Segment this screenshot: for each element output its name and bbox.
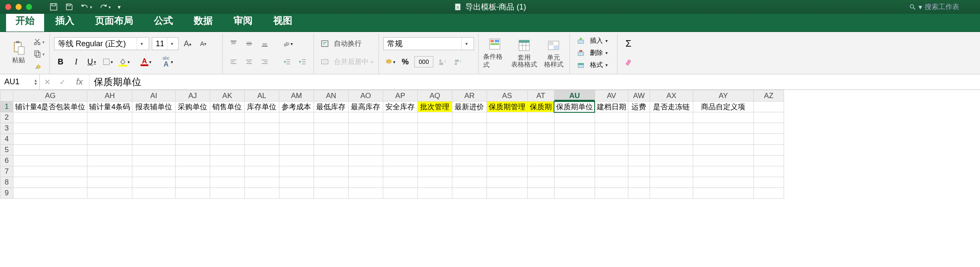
cell-AU6[interactable] [554, 156, 595, 166]
fx-icon[interactable]: fx [70, 74, 90, 89]
cell-AT3[interactable] [527, 123, 554, 134]
cell-AH5[interactable] [87, 145, 132, 156]
orientation-button[interactable]: ab▾ [281, 38, 294, 49]
cell-AV1[interactable]: 建档日期 [595, 102, 628, 112]
column-header-AJ[interactable]: AJ [175, 90, 210, 102]
cell-AT6[interactable] [527, 156, 554, 166]
align-center-button[interactable] [243, 56, 256, 67]
cell-AJ6[interactable] [175, 156, 210, 166]
borders-button[interactable]: ▾ [101, 56, 114, 67]
cell-AG1[interactable]: 辅计量4是否包装单位 [13, 102, 87, 112]
cell-AT9[interactable] [527, 188, 554, 199]
cell-AX9[interactable] [650, 188, 693, 199]
format-as-table-button[interactable]: 套用 表格格式 [512, 35, 536, 70]
cell-AW6[interactable] [628, 156, 650, 166]
cell-AS7[interactable] [487, 166, 527, 177]
cell-AP8[interactable] [383, 177, 417, 188]
cell-AQ1[interactable]: 批次管理 [417, 102, 452, 112]
column-header-AV[interactable]: AV [595, 90, 628, 102]
cell-AP5[interactable] [383, 145, 417, 156]
cell-AN8[interactable] [314, 177, 348, 188]
column-header-AS[interactable]: AS [487, 90, 527, 102]
cell-AN7[interactable] [314, 166, 348, 177]
save-icon[interactable] [65, 3, 74, 11]
cell-AQ2[interactable] [417, 112, 452, 123]
column-header-AK[interactable]: AK [210, 90, 244, 102]
cell-AJ9[interactable] [175, 188, 210, 199]
cell-AV3[interactable] [595, 123, 628, 134]
column-header-AI[interactable]: AI [132, 90, 175, 102]
column-header-AL[interactable]: AL [244, 90, 279, 102]
chevron-down-icon[interactable]: ▾ [461, 38, 471, 50]
cell-AM9[interactable] [279, 188, 314, 199]
tab-insert[interactable]: 插入 [46, 11, 84, 32]
cell-AP9[interactable] [383, 188, 417, 199]
column-header-AG[interactable]: AG [13, 90, 87, 102]
wrap-text-button[interactable] [318, 38, 331, 49]
cell-AJ1[interactable]: 采购单位 [175, 102, 210, 112]
cell-AY9[interactable] [693, 188, 753, 199]
tab-home[interactable]: 开始 [6, 11, 44, 32]
cell-AP1[interactable]: 安全库存 [383, 102, 417, 112]
cell-AX4[interactable] [650, 134, 693, 145]
cell-AN2[interactable] [314, 112, 348, 123]
cell-AO8[interactable] [348, 177, 383, 188]
cell-AI7[interactable] [132, 166, 175, 177]
cell-AI2[interactable] [132, 112, 175, 123]
cell-AJ3[interactable] [175, 123, 210, 134]
cell-AL5[interactable] [244, 145, 279, 156]
column-header-AH[interactable]: AH [87, 90, 132, 102]
cell-AG7[interactable] [13, 166, 87, 177]
cell-AI5[interactable] [132, 145, 175, 156]
cell-AY5[interactable] [693, 145, 753, 156]
cell-AL3[interactable] [244, 123, 279, 134]
cell-AV2[interactable] [595, 112, 628, 123]
zoom-window-button[interactable] [26, 4, 32, 10]
cell-AL9[interactable] [244, 188, 279, 199]
cell-AI4[interactable] [132, 134, 175, 145]
cell-AT4[interactable] [527, 134, 554, 145]
cell-AG8[interactable] [13, 177, 87, 188]
cell-AW4[interactable] [628, 134, 650, 145]
cell-AK6[interactable] [210, 156, 244, 166]
cell-AY4[interactable] [693, 134, 753, 145]
cell-AL6[interactable] [244, 156, 279, 166]
delete-cells-button[interactable] [574, 47, 587, 58]
cell-AM4[interactable] [279, 134, 314, 145]
cell-AZ4[interactable] [753, 134, 784, 145]
row-header-1[interactable]: 1 [0, 102, 13, 112]
column-header-AZ[interactable]: AZ [753, 90, 784, 102]
cell-AS6[interactable] [487, 156, 527, 166]
conditional-formatting-button[interactable]: 条件格式 [483, 35, 506, 70]
cell-AU3[interactable] [554, 123, 595, 134]
cell-AO6[interactable] [348, 156, 383, 166]
row-header-4[interactable]: 4 [0, 134, 13, 145]
autosave-icon[interactable] [49, 3, 58, 11]
cell-AI1[interactable]: 报表辅单位 [132, 102, 175, 112]
cell-AU9[interactable] [554, 188, 595, 199]
row-header-5[interactable]: 5 [0, 145, 13, 156]
cell-AU4[interactable] [554, 134, 595, 145]
cell-AM5[interactable] [279, 145, 314, 156]
row-header-9[interactable]: 9 [0, 188, 13, 199]
cell-AQ7[interactable] [417, 166, 452, 177]
cell-AZ8[interactable] [753, 177, 784, 188]
cell-AZ6[interactable] [753, 156, 784, 166]
cell-AG5[interactable] [13, 145, 87, 156]
cell-AN1[interactable]: 最低库存 [314, 102, 348, 112]
column-header-AU[interactable]: AU [554, 90, 595, 102]
minimize-window-button[interactable] [16, 4, 22, 10]
column-header-AT[interactable]: AT [527, 90, 554, 102]
cell-AY3[interactable] [693, 123, 753, 134]
cell-AK3[interactable] [210, 123, 244, 134]
cell-AW7[interactable] [628, 166, 650, 177]
column-header-AR[interactable]: AR [452, 90, 487, 102]
cell-AX8[interactable] [650, 177, 693, 188]
cell-AH4[interactable] [87, 134, 132, 145]
percent-button[interactable]: % [399, 56, 412, 67]
copy-button[interactable]: ▾ [32, 48, 45, 60]
cell-AZ1[interactable] [753, 102, 784, 112]
chevron-down-icon[interactable]: ▾ [137, 38, 146, 50]
undo-button[interactable]: ▾ [80, 3, 92, 11]
cell-AU7[interactable] [554, 166, 595, 177]
